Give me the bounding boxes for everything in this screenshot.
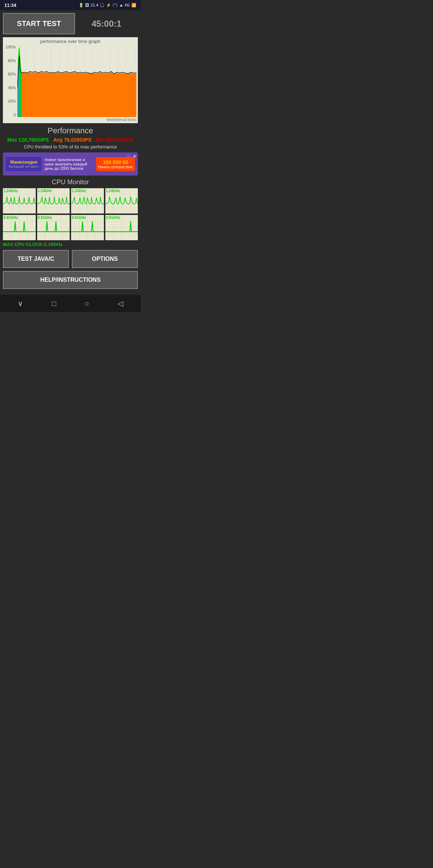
cpu-freq-7: 0.91GHz: [106, 216, 120, 220]
nav-bar: ∨ □ ○ ◁: [0, 295, 141, 312]
y-label-60: 60%: [8, 72, 16, 76]
performance-chart-svg: [17, 45, 136, 117]
graph-area: 100% 80% 60% 40% 20% 0: [4, 45, 136, 117]
stat-avg: Avg 78,028GIPS: [53, 137, 91, 143]
graph-plot: [17, 45, 136, 117]
performance-section: Performance Max 128,760GIPS Avg 78,028GI…: [3, 126, 138, 150]
y-label-20: 20%: [8, 99, 16, 103]
cpu-freq-6: 0.91GHz: [72, 216, 86, 220]
ad-prize: 100 000 00: [98, 159, 133, 165]
test-java-button[interactable]: TEST JAVA/C: [3, 250, 69, 268]
cpu-freq-2: 1.24GHz: [72, 189, 86, 193]
max-cpu-label: MAX CPU CLOCK:2.10GHz: [3, 242, 138, 247]
ad-logo: Манилэндия: [9, 160, 39, 165]
ad-text: Новое приключение и шанс выиграть каждый…: [44, 157, 93, 170]
help-button[interactable]: HELP/INSTRUCTIONS: [3, 271, 138, 289]
cpu-cell-4: 0.91GHz: [3, 215, 36, 240]
top-controls: START TEST 45:00:1: [3, 13, 138, 34]
cpu-cell-0: 1.24GHz: [3, 188, 36, 213]
headphones-icon: 🎧: [100, 3, 105, 8]
nav-circle-icon[interactable]: ○: [84, 299, 89, 308]
nav-chevron-icon[interactable]: ∨: [18, 299, 23, 308]
wifi-icon: ▲: [119, 3, 123, 7]
battery-icon: 🔋: [79, 3, 84, 8]
cpu-top-grid: 1.24GHz 1.24GHz: [3, 188, 138, 213]
stat-max: Max 128,760GIPS: [7, 137, 49, 143]
timer-display: 45:00:1: [75, 19, 138, 29]
cpu-freq-5: 0.91GHz: [38, 216, 52, 220]
cpu-bottom-grid: 0.91GHz 0.91GHz: [3, 215, 138, 240]
ad-brand: Манилэндия Выгодный чат-квест: [6, 157, 41, 171]
cpu-freq-3: 1.24GHz: [106, 189, 120, 193]
graph-title: performance over time graph: [4, 39, 136, 44]
status-bar: 11:34 🔋 🖼 21.4 🎧 ⚡ 📳 ▲ 4G 📶: [0, 0, 141, 10]
cpu-cell-7: 0.91GHz: [105, 215, 138, 240]
cpu-cell-1: 1.24GHz: [37, 188, 70, 213]
image-icon: 🖼: [85, 3, 89, 7]
svg-marker-22: [22, 72, 136, 117]
ad-info-icon[interactable]: ⓘ: [127, 154, 131, 159]
performance-title: Performance: [3, 126, 138, 135]
main-content: START TEST 45:00:1 performance over time…: [0, 10, 141, 295]
ad-sub: Выгодный чат-квест: [9, 165, 39, 168]
nav-square-icon[interactable]: □: [52, 299, 56, 308]
bottom-buttons: TEST JAVA/C OPTIONS: [3, 250, 138, 268]
time-display: 11:34: [4, 3, 16, 8]
options-button[interactable]: OPTIONS: [72, 250, 138, 268]
cpu-monitor-title: CPU Monitor: [3, 178, 138, 186]
status-icons: 🔋 🖼 21.4 🎧 ⚡ 📳 ▲ 4G 📶: [79, 3, 136, 8]
cpu-freq-0: 1.24GHz: [4, 189, 18, 193]
ad-cta-label: Начать путешествие: [98, 165, 133, 169]
y-label-40: 40%: [8, 86, 16, 90]
network-label: 4G: [124, 3, 130, 7]
cpu-cell-2: 1.24GHz: [71, 188, 104, 213]
cpu-freq-1: 1.24GHz: [38, 189, 52, 193]
cpu-monitor-section: CPU Monitor 1.24GHz 1.24GHz: [3, 178, 138, 247]
signal-bars-icon: 📶: [131, 3, 136, 8]
start-test-button[interactable]: START TEST: [3, 13, 75, 34]
vibrate-icon: 📳: [113, 3, 118, 8]
ad-close-icon[interactable]: ✕: [133, 154, 136, 159]
y-label-80: 80%: [8, 59, 16, 63]
bluetooth-icon: ⚡: [106, 3, 111, 8]
cpu-cell-5: 0.91GHz: [37, 215, 70, 240]
cpu-freq-4: 0.91GHz: [4, 216, 18, 220]
cpu-cell-3: 1.24GHz: [105, 188, 138, 213]
stat-min: Min 63,092GIPS: [96, 137, 134, 143]
performance-stats: Max 128,760GIPS Avg 78,028GIPS Min 63,09…: [3, 137, 138, 143]
performance-graph-container: performance over time graph 100% 80% 60%…: [3, 37, 138, 123]
y-label-100: 100%: [6, 45, 16, 49]
ad-banner: Манилэндия Выгодный чат-квест Новое прик…: [3, 152, 138, 176]
y-axis: 100% 80% 60% 40% 20% 0: [4, 45, 17, 117]
cpu-cell-6: 0.91GHz: [71, 215, 104, 240]
throttle-text: CPU throttled to 53% of its max performa…: [3, 144, 138, 150]
signal-text: 21.4: [91, 3, 98, 7]
nav-back-icon[interactable]: ◁: [118, 299, 123, 308]
y-label-0: 0: [14, 113, 16, 117]
time-label: time(interval 5min): [4, 118, 136, 122]
